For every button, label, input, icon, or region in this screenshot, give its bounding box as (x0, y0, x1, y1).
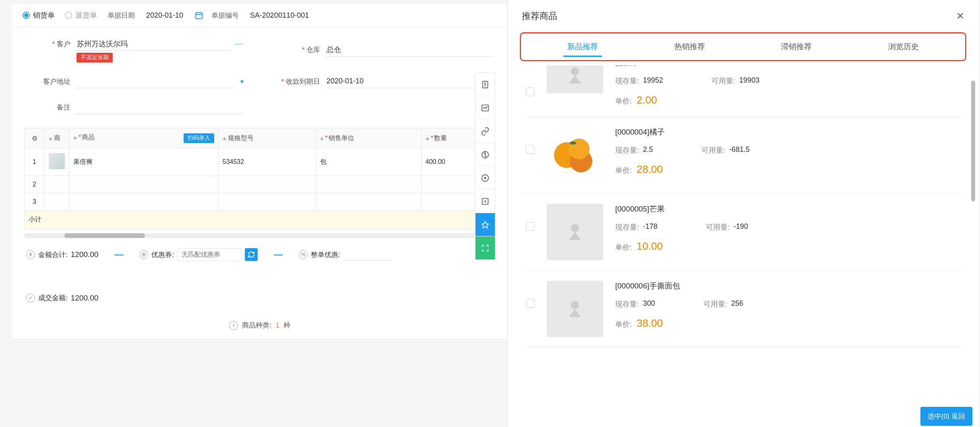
sales-order-panel: 销货单 退货单 单据日期 2020-01-10 单据编号 SA-20200110… (12, 4, 507, 338)
date-label: 单据日期 (108, 11, 135, 20)
tab-label: 销货单 (33, 10, 55, 20)
remark-input[interactable] (75, 100, 244, 114)
tab-new[interactable]: 新品推荐 (559, 37, 606, 56)
due-label: 收款到期日 (276, 77, 320, 86)
warehouse-label: 仓库 (276, 45, 320, 54)
number-value: SA-20200110-001 (247, 10, 312, 21)
more-icon[interactable]: ⋯ (235, 39, 244, 49)
svg-point-21 (571, 224, 579, 232)
svg-text:¥: ¥ (484, 199, 487, 203)
chevron-down-icon[interactable]: ▾ (240, 78, 244, 85)
total-amount: ¥ 金额合计: 1200.00 (26, 250, 98, 259)
list-item: [0000006]手撕面包 现存量:300 可用量:256 单价:38.00 (522, 271, 964, 348)
tab-label: 退货单 (75, 10, 97, 20)
customer-input[interactable] (75, 37, 230, 51)
col-product[interactable]: ◆*商品扫码录入 (69, 129, 219, 148)
table-row[interactable]: 2 (25, 176, 495, 193)
calendar-icon[interactable] (194, 11, 203, 20)
svg-point-22 (571, 301, 579, 309)
vertical-scrollbar[interactable] (971, 81, 975, 250)
gear-icon[interactable]: ⚙ (32, 135, 37, 142)
refresh-button[interactable] (245, 248, 258, 261)
product-image (547, 127, 603, 183)
info-icon: i (229, 321, 238, 330)
due-input[interactable] (325, 75, 493, 88)
product-image (547, 204, 603, 260)
subtotal-row: 小计 (25, 211, 495, 229)
radio-icon (65, 12, 72, 19)
scan-button[interactable]: 扫码录入 (184, 133, 214, 143)
tool-star-icon[interactable] (476, 213, 495, 236)
svg-point-20 (570, 141, 576, 145)
table-row[interactable]: 3 (25, 193, 495, 211)
panel-title: 推荐商品 (522, 10, 557, 22)
tab-slow[interactable]: 滞销推荐 (773, 37, 820, 56)
discount-input[interactable] (343, 249, 392, 261)
panel-footer: 选中(0) 返回 (920, 412, 973, 421)
tab-history[interactable]: 浏览历史 (880, 37, 927, 56)
deal-amount: ✓ 成交金额: 1200.00 (26, 293, 98, 303)
svg-point-16 (571, 67, 579, 75)
close-icon[interactable]: ✕ (956, 10, 964, 22)
list-item: [0000005]芒果 现存量:-178 可用量:-190 单价:10.00 (522, 194, 964, 271)
horizontal-scrollbar[interactable] (24, 233, 495, 238)
col-merchant[interactable]: ◆商 (45, 129, 69, 148)
header-row: 销货单 退货单 单据日期 2020-01-10 单据编号 SA-20200110… (12, 4, 507, 27)
form-area: 客户 ⋯ 不固定账期 仓库 客户地址 ▾ 收款到期日 备注 (12, 27, 507, 118)
table-row[interactable]: 1 果倍爽 534532 包 400.00 (25, 148, 495, 176)
panel-header: 推荐商品 ✕ (508, 0, 978, 32)
checkbox[interactable] (526, 87, 535, 96)
tab-return[interactable]: 退货单 (65, 10, 97, 20)
dash-icon: — (274, 249, 283, 260)
tool-doc-icon[interactable] (476, 73, 495, 96)
order-discount: % 整单优惠: (299, 249, 392, 261)
settings-col[interactable]: ⚙ (25, 129, 45, 148)
tab-hot[interactable]: 热销推荐 (666, 37, 713, 56)
yen-icon: ¥ (26, 250, 35, 259)
tab-sales[interactable]: 销货单 (23, 10, 55, 20)
product-image (547, 65, 603, 93)
customer-tag: 不固定账期 (76, 53, 113, 62)
coupon-input[interactable] (177, 248, 242, 261)
dash-icon: — (114, 249, 123, 260)
customer-row: 客户 ⋯ (26, 37, 244, 51)
product-image (547, 281, 603, 337)
col-spec[interactable]: ◆规格型号 (218, 129, 316, 148)
checkbox[interactable] (526, 299, 535, 308)
recommend-tabs-wrap: 新品推荐 热销推荐 滞销推荐 浏览历史 (508, 32, 978, 61)
select-return-button[interactable]: 选中(0) 返回 (920, 407, 973, 426)
due-row: 收款到期日 (276, 75, 493, 88)
warehouse-row: 仓库 (276, 37, 493, 62)
svg-marker-15 (482, 221, 489, 228)
tool-link-icon[interactable] (476, 120, 495, 143)
tool-swap-icon[interactable] (476, 143, 495, 166)
product-list[interactable]: 250ml 现存量:19952 可用量:19903 单价:2.00 [00000… (508, 65, 978, 427)
address-label: 客户地址 (26, 77, 70, 86)
line-items-table: ⚙ ◆商 ◆*商品扫码录入 ◆规格型号 ◆*销售单位 ◆*数量 1 果倍爽 53… (24, 128, 495, 229)
col-unit[interactable]: ◆*销售单位 (316, 129, 421, 148)
tool-expand-icon[interactable] (476, 236, 495, 260)
side-toolbar: ¥ (475, 73, 495, 260)
radio-icon (23, 12, 30, 19)
svg-rect-0 (196, 13, 203, 19)
discount-icon: % (299, 250, 308, 259)
recommend-panel: 推荐商品 ✕ 新品推荐 热销推荐 滞销推荐 浏览历史 250ml 现存量:199… (507, 0, 978, 427)
coupon-icon: 券 (139, 250, 148, 259)
checkbox[interactable] (526, 145, 535, 154)
warehouse-input[interactable] (325, 43, 493, 57)
list-item: [0000004]橘子 现存量:2.5 可用量:-681.5 单价:28.00 (522, 117, 964, 194)
summary-row: ¥ 金额合计: 1200.00 — 券 优惠券: — % 整单优惠: ✓ 成交金… (12, 238, 507, 313)
number-label: 单据编号 (211, 11, 239, 20)
bottom-info: i 商品种类: 1 种 (12, 313, 507, 338)
checkbox[interactable] (526, 222, 535, 231)
remark-label: 备注 (26, 103, 70, 112)
address-input[interactable] (75, 75, 236, 88)
deal-icon: ✓ (26, 294, 35, 303)
tool-chart-icon[interactable] (476, 96, 495, 120)
remark-row: 备注 (26, 100, 244, 114)
coupon: 券 优惠券: (139, 248, 258, 261)
tool-close-icon[interactable] (476, 166, 495, 190)
product-thumb (49, 153, 65, 169)
tool-yen-icon[interactable]: ¥ (476, 190, 495, 213)
date-value[interactable]: 2020-01-10 (143, 10, 186, 21)
